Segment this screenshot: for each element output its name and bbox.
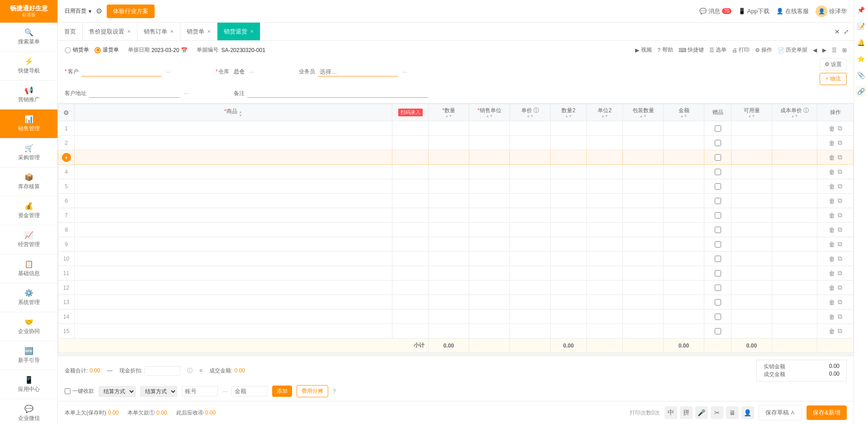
row-3-amount[interactable] bbox=[664, 150, 704, 165]
sort-cost-icon[interactable]: ▲▼ bbox=[776, 114, 813, 118]
row-3-product[interactable] bbox=[75, 150, 392, 165]
add-row-button[interactable]: + bbox=[62, 153, 71, 162]
save-draft-button[interactable]: 保存草稿 ∧ bbox=[759, 405, 802, 420]
row-12-copy-icon[interactable]: ⧉ bbox=[838, 284, 842, 291]
sort-qty2-icon[interactable]: ▲▼ bbox=[554, 114, 583, 118]
sidebar-item-enterprise[interactable]: 🤝 企业协同 bbox=[0, 312, 57, 341]
sidebar-item-marketing[interactable]: 📢 营销推广 bbox=[0, 81, 57, 110]
row-2-price[interactable] bbox=[510, 136, 551, 150]
row-2-amount[interactable] bbox=[664, 136, 704, 150]
sidebar-item-sales[interactable]: 📊 销售管理 bbox=[0, 110, 57, 138]
fee-split-button[interactable]: 费用分摊 bbox=[297, 385, 328, 397]
row-13-delete-icon[interactable]: 🗑 bbox=[829, 299, 835, 306]
row-14-gift-checkbox[interactable] bbox=[715, 314, 721, 320]
row-14-delete-icon[interactable]: 🗑 bbox=[829, 313, 835, 320]
row-10-gift-checkbox[interactable] bbox=[715, 256, 721, 262]
shortcuts-btn[interactable]: ⌨ 快捷键 bbox=[679, 46, 704, 54]
calc-method-select[interactable]: 结算方式 bbox=[140, 386, 177, 397]
tab-sales-return[interactable]: 销货退货 ✕ bbox=[217, 23, 260, 40]
row-3-price[interactable] bbox=[510, 150, 551, 165]
calendar-icon[interactable]: 📅 bbox=[181, 47, 188, 53]
sidebar-item-finance[interactable]: 💰 资金管理 bbox=[0, 196, 57, 225]
row-2-qty2[interactable] bbox=[551, 136, 587, 150]
row-3-product-input[interactable] bbox=[77, 154, 389, 161]
row-2-pack[interactable] bbox=[623, 136, 664, 150]
row-11-gift-checkbox[interactable] bbox=[715, 270, 721, 276]
row-3-cost[interactable] bbox=[772, 150, 817, 165]
app-download-item[interactable]: 📱 App下载 bbox=[738, 7, 769, 15]
tool-icon-3[interactable]: 🎤 bbox=[695, 406, 708, 419]
row-1-available[interactable] bbox=[731, 121, 772, 136]
industry-selector[interactable]: 日用百货 ▾ bbox=[65, 7, 91, 15]
row-2-gift-checkbox[interactable] bbox=[715, 140, 721, 146]
row-2-unit2[interactable] bbox=[587, 136, 623, 150]
row-15-copy-icon[interactable]: ⧉ bbox=[838, 327, 842, 335]
sort-quantity-icon[interactable]: ▲▼ bbox=[432, 114, 465, 118]
sort-avail-icon[interactable]: ▲▼ bbox=[735, 114, 768, 118]
operations-btn[interactable]: ⚙ 操作 bbox=[755, 46, 772, 54]
account-input[interactable] bbox=[182, 386, 218, 396]
select-btn[interactable]: ☰ 选单 bbox=[709, 46, 726, 54]
sort-product-icon[interactable]: ▲▼ bbox=[239, 110, 242, 118]
sort-unit-icon[interactable]: ▲▼ bbox=[473, 114, 506, 118]
print-btn[interactable]: 🖨 打印 bbox=[732, 46, 750, 54]
row-7-delete-icon[interactable]: 🗑 bbox=[829, 212, 835, 219]
row-3-unit2[interactable] bbox=[587, 150, 623, 165]
row-1-gift[interactable] bbox=[704, 121, 731, 136]
row-1-price[interactable] bbox=[510, 121, 551, 136]
row-1-quantity[interactable] bbox=[429, 121, 469, 136]
row-2-copy-icon[interactable]: ⧉ bbox=[838, 139, 842, 147]
row-1-pack[interactable] bbox=[623, 121, 664, 136]
row-13-copy-icon[interactable]: ⧉ bbox=[838, 298, 842, 306]
video-btn[interactable]: ▶ 视频 bbox=[635, 46, 652, 54]
expand-tab-icon[interactable]: ⤢ bbox=[844, 28, 849, 35]
sort-pack-icon[interactable]: ▲▼ bbox=[627, 114, 660, 118]
row-11-delete-icon[interactable]: 🗑 bbox=[829, 270, 835, 277]
row-6-copy-icon[interactable]: ⧉ bbox=[838, 197, 842, 205]
row-3-qty2[interactable] bbox=[551, 150, 587, 165]
row-1-cost[interactable] bbox=[772, 121, 817, 136]
right-panel-icon-1[interactable]: 📌 bbox=[855, 5, 867, 15]
row-3-copy-icon[interactable]: ⧉ bbox=[838, 153, 842, 161]
sort-amount-icon[interactable]: ▲▼ bbox=[667, 114, 700, 118]
fee-help-icon[interactable]: ? bbox=[333, 388, 336, 395]
row-5-copy-icon[interactable]: ⧉ bbox=[838, 182, 842, 190]
customer-input[interactable] bbox=[81, 67, 161, 76]
row-13-gift-checkbox[interactable] bbox=[715, 299, 721, 305]
user-profile[interactable]: 👤 徐泽华 bbox=[816, 5, 847, 17]
save-new-button[interactable]: 保存&新增 bbox=[807, 405, 847, 420]
row-6-gift-checkbox[interactable] bbox=[715, 198, 721, 204]
sort-price-icon[interactable]: ▲▼ bbox=[514, 114, 547, 118]
row-14-copy-icon[interactable]: ⧉ bbox=[838, 313, 842, 320]
header-gear-icon[interactable]: ⚙ bbox=[96, 7, 102, 15]
staff-input[interactable] bbox=[318, 67, 398, 76]
tab-price-close-icon[interactable]: ✕ bbox=[127, 29, 131, 34]
sort-unit2-icon[interactable]: ▲▼ bbox=[590, 114, 619, 118]
settings-button[interactable]: ⚙ 设置 bbox=[820, 58, 847, 71]
close-tab-icon[interactable]: ✕ bbox=[835, 28, 840, 35]
sidebar-item-search[interactable]: 🔍 搜索菜单 bbox=[0, 23, 57, 52]
right-panel-icon-4[interactable]: ⭐ bbox=[855, 53, 867, 64]
sidebar-item-wechat[interactable]: 💬 企业微信 bbox=[0, 399, 57, 424]
row-3-quantity[interactable] bbox=[429, 150, 469, 165]
row-5-gift-checkbox[interactable] bbox=[715, 183, 721, 190]
radio-sale[interactable]: 销货单 bbox=[65, 46, 89, 54]
tool-icon-6[interactable]: 👤 bbox=[741, 406, 754, 419]
row-2-available[interactable] bbox=[731, 136, 772, 150]
row-9-delete-icon[interactable]: 🗑 bbox=[829, 241, 835, 248]
row-4-delete-icon[interactable]: 🗑 bbox=[829, 168, 835, 176]
row-2-cost[interactable] bbox=[772, 136, 817, 150]
sidebar-item-purchase[interactable]: 🛒 采购管理 bbox=[0, 138, 57, 167]
row-4-gift-checkbox[interactable] bbox=[715, 169, 721, 175]
tab-return-close-icon[interactable]: ✕ bbox=[250, 29, 254, 34]
right-panel-icon-5[interactable]: 📎 bbox=[855, 70, 867, 81]
row-3-pack[interactable] bbox=[623, 150, 664, 165]
address-dots[interactable]: ··· bbox=[184, 90, 189, 96]
staff-dots[interactable]: ··· bbox=[402, 69, 407, 75]
row-3-available[interactable] bbox=[731, 150, 772, 165]
scan-btn[interactable]: 扫码录入 bbox=[398, 109, 423, 116]
row-2-delete-icon[interactable]: 🗑 bbox=[829, 139, 835, 147]
sidebar-item-system[interactable]: ⚙️ 系统管理 bbox=[0, 283, 57, 312]
remark-input[interactable] bbox=[247, 89, 428, 98]
settlement-select[interactable]: 结算方式 bbox=[99, 386, 136, 397]
